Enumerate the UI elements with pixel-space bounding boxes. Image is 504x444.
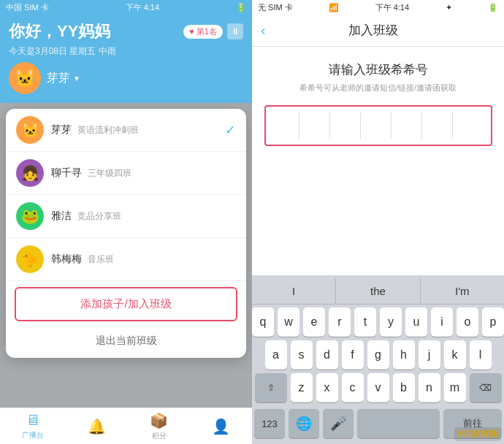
right-status-bar: 无 SIM 卡 📶 下午 4:14 ✦ 🔋: [252, 0, 504, 15]
key-w[interactable]: w: [278, 307, 299, 337]
tab-points[interactable]: 📦 积分: [150, 412, 168, 441]
key-n[interactable]: n: [419, 373, 440, 402]
key-f[interactable]: f: [342, 340, 364, 370]
left-header: 你好，YY妈妈 ♥ 第1名 ⏸ 今天是3月08日 星期五 中雨 🐱 芽芽 ▼: [0, 15, 252, 103]
dropdown-arrow-icon: ▼: [73, 74, 80, 83]
key-r[interactable]: r: [329, 307, 351, 337]
modal-item-2[interactable]: 👧 聊千寻 三年级四班: [6, 152, 246, 195]
right-battery-icon: 🔋: [488, 3, 498, 12]
rank-badge: ♥ 第1名: [183, 25, 223, 39]
key-z[interactable]: z: [291, 373, 313, 402]
code-box-7[interactable]: [457, 112, 484, 139]
key-l[interactable]: l: [470, 340, 492, 370]
right-time: 下午 4:14: [375, 2, 409, 13]
keyboard: I the I'm q w e r t y u i o p: [252, 275, 504, 444]
tab-points-label: 积分: [152, 431, 167, 441]
code-box-2[interactable]: [304, 112, 330, 139]
key-s[interactable]: s: [291, 340, 313, 370]
leave-class-button[interactable]: 退出当前班级: [6, 327, 246, 358]
check-icon-1: ✓: [225, 122, 236, 138]
key-b[interactable]: b: [393, 373, 415, 402]
suggestion-3[interactable]: I'm: [421, 278, 504, 304]
left-phone: 中国 SIM 卡 下午 4:14 🔋 你好，YY妈妈 ♥ 第1名 ⏸ 今天是3月…: [0, 0, 252, 444]
tab-notifications[interactable]: 🔔: [88, 418, 106, 435]
right-bluetooth-icon: ✦: [446, 3, 452, 12]
modal-item-3[interactable]: 🐸 雅洁 竞品分享班: [6, 195, 246, 238]
tab-profile[interactable]: 👤: [212, 418, 230, 435]
notification-icon: 🔔: [88, 418, 106, 435]
rank-text: ♥ 第1名: [189, 26, 217, 37]
key-o[interactable]: o: [457, 307, 478, 337]
key-y[interactable]: y: [380, 307, 402, 337]
code-box-3[interactable]: [335, 112, 361, 139]
broadcast-icon: 🖥: [26, 412, 40, 429]
leave-class-label: 退出当前班级: [96, 334, 157, 346]
pause-button[interactable]: ⏸: [227, 23, 243, 39]
profile-icon: 👤: [212, 418, 230, 435]
modal-item-name-4: 韩梅梅: [51, 253, 82, 266]
mic-key[interactable]: 🎤: [323, 409, 354, 438]
nav-bar: ‹ 加入班级: [252, 15, 504, 47]
key-u[interactable]: u: [405, 307, 427, 337]
key-v[interactable]: v: [367, 373, 389, 402]
key-p[interactable]: p: [482, 307, 504, 337]
key-x[interactable]: x: [316, 373, 338, 402]
numeric-key[interactable]: 123: [254, 409, 285, 438]
code-box-1[interactable]: [273, 112, 299, 139]
suggestion-2[interactable]: the: [336, 278, 420, 304]
shift-key[interactable]: ⇧: [255, 373, 287, 402]
key-row-3: ⇧ z x c v b n m ⌫: [254, 373, 502, 402]
points-icon: 📦: [150, 412, 168, 429]
modal-item-info-3: 雅洁 竞品分享班: [51, 210, 236, 223]
code-input-container: [264, 105, 492, 146]
left-battery: 🔋: [236, 3, 246, 12]
code-box-5[interactable]: [396, 112, 422, 139]
delete-key[interactable]: ⌫: [470, 373, 502, 402]
code-box-4[interactable]: [365, 112, 392, 139]
modal-item-class-4: 音乐班: [88, 253, 114, 266]
avatar-section: 🐱 芽芽 ▼: [9, 62, 243, 94]
key-t[interactable]: t: [354, 307, 376, 337]
modal-avatar-3: 🐸: [16, 202, 44, 230]
back-button[interactable]: ‹: [261, 22, 266, 39]
tab-bar-left: 🖥 广播台 🔔 📦 积分 👤: [0, 407, 252, 444]
username-row[interactable]: 芽芽 ▼: [47, 71, 80, 86]
key-j[interactable]: j: [419, 340, 440, 370]
modal-item-class-2: 三年级四班: [88, 167, 131, 180]
avatar-emoji: 🐱: [14, 68, 36, 88]
code-box-6[interactable]: [427, 112, 453, 139]
modal-item-4[interactable]: 🐤 韩梅梅 音乐班: [6, 238, 246, 281]
input-subtitle: 希希号可从老师的邀请短信/链接/邀请函获取: [299, 83, 457, 93]
globe-key[interactable]: 🌐: [289, 409, 319, 438]
tab-broadcast[interactable]: 🖥 广播台: [22, 412, 44, 440]
username: 芽芽: [47, 71, 70, 86]
right-phone: 无 SIM 卡 📶 下午 4:14 ✦ 🔋 ‹ 加入班级 请输入班级希希号 希希…: [252, 0, 504, 444]
key-m[interactable]: m: [444, 373, 466, 402]
space-key[interactable]: [357, 409, 440, 438]
key-g[interactable]: g: [367, 340, 389, 370]
add-child-button[interactable]: 添加孩子/加入班级: [15, 287, 237, 321]
key-i[interactable]: i: [431, 307, 453, 337]
modal-item-class-3: 竞品分享班: [77, 210, 121, 223]
right-wifi-icon: 📶: [329, 3, 339, 12]
suggestion-1[interactable]: I: [252, 278, 336, 304]
key-h[interactable]: h: [393, 340, 415, 370]
key-q[interactable]: q: [252, 307, 274, 337]
key-c[interactable]: c: [342, 373, 364, 402]
modal-item-info-1: 芽芽 英语流利冲刺班: [51, 123, 218, 137]
key-d[interactable]: d: [316, 340, 338, 370]
keyboard-rows: q w e r t y u i o p a s d f g h j k: [252, 305, 504, 409]
modal-item-info-4: 韩梅梅 音乐班: [51, 253, 236, 266]
key-a[interactable]: a: [265, 340, 287, 370]
left-status-bar: 中国 SIM 卡 下午 4:14 🔋: [0, 0, 252, 15]
nav-title: 加入班级: [266, 22, 481, 39]
add-child-label: 添加孩子/加入班级: [80, 297, 171, 310]
key-e[interactable]: e: [303, 307, 325, 337]
modal-item-1[interactable]: 🐱 芽芽 英语流利冲刺班 ✓: [6, 109, 246, 152]
modal-avatar-4: 🐤: [16, 245, 44, 273]
key-k[interactable]: k: [444, 340, 466, 370]
modal-item-name-1: 芽芽: [51, 123, 72, 137]
left-carrier: 中国 SIM 卡: [6, 2, 49, 13]
content-area: 请输入班级希希号 希希号可从老师的邀请短信/链接/邀请函获取: [252, 47, 504, 275]
watermark: 591软件园: [454, 427, 501, 441]
